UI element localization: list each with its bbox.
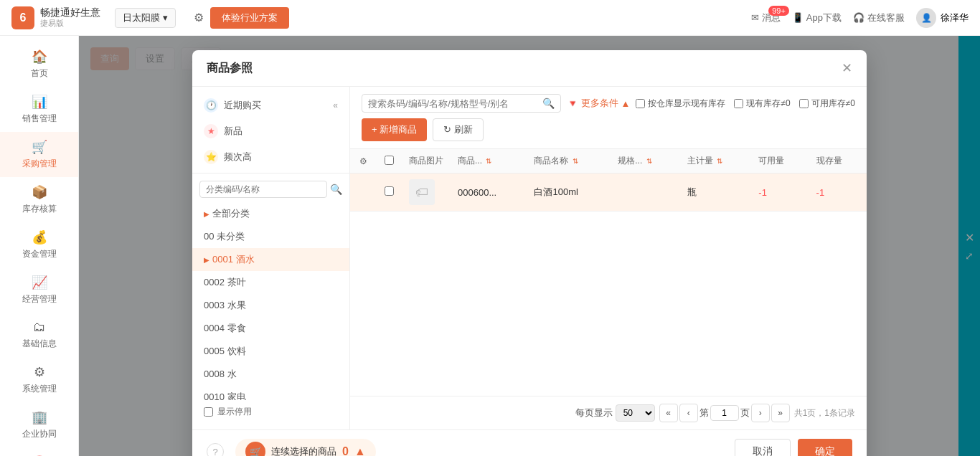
collapse-left-icon[interactable]: «: [333, 100, 338, 110]
modal-body: 🕐 近期购买 « ★ 新品 ⭐ 频次高: [192, 87, 867, 429]
message-button[interactable]: ✉ 消息 99+: [751, 11, 781, 24]
nav-high-frequency[interactable]: ⭐ 频次高: [192, 144, 349, 170]
pagination: 每页显示 50 20 100 200 « ‹: [350, 396, 867, 429]
warehouse-stock-checkbox[interactable]: [636, 99, 645, 108]
refresh-button[interactable]: ↻ 刷新: [433, 118, 484, 141]
sidebar-item-purchase[interactable]: 🛒 采购管理: [0, 132, 78, 177]
next-page-btn[interactable]: ›: [751, 404, 770, 422]
sidebar-item-finance[interactable]: 💰 资金管理: [0, 222, 78, 267]
warehouse-stock-label: 按仓库显示现有库存: [648, 98, 725, 110]
sidebar-item-inventory[interactable]: 📦 库存核算: [0, 177, 78, 222]
table-header-row: ⚙ 商品图片 商品... ⇅: [350, 149, 867, 174]
modal-dialog: 商品参照 ✕ 🕐 近期购买 « ★: [192, 50, 867, 456]
product-search-input[interactable]: [368, 98, 540, 109]
sidebar-label-management: 经营管理: [22, 293, 57, 305]
per-page-selector: 每页显示 50 20 100 200: [575, 404, 655, 422]
cat-item-tea[interactable]: 0002 茶叶: [192, 271, 349, 294]
cat-label-appliance: 0010 家电: [204, 391, 246, 400]
th-code[interactable]: 商品... ⇅: [451, 149, 527, 174]
cat-label-water: 0008 水: [204, 368, 237, 381]
gear-button[interactable]: ⚙: [187, 6, 210, 29]
modal-close-button[interactable]: ✕: [842, 60, 852, 76]
store-select[interactable]: 日太阳膜 ▾: [115, 8, 176, 28]
modal-overlay: 商品参照 ✕ 🕐 近期购买 « ★: [79, 36, 980, 456]
th-available-label: 可用量: [758, 156, 784, 166]
filter-check-warehouse[interactable]: 按仓库显示现有库存: [636, 98, 725, 110]
content-area: 查询 设置 刷新 ✕ ⤢ 商品参照 ✕: [79, 36, 980, 456]
current-stock-checkbox[interactable]: [734, 99, 743, 108]
available-stock-checkbox[interactable]: [799, 99, 809, 108]
cat-item-appliance[interactable]: 0010 家电: [192, 386, 349, 400]
cart-collapse-icon[interactable]: ▲: [354, 445, 366, 456]
cat-item-drink[interactable]: 0005 饮料: [192, 340, 349, 363]
cat-item-uncategorized[interactable]: 00 未分类: [192, 225, 349, 248]
cat-item-all[interactable]: ▶ 全部分类: [192, 202, 349, 225]
product-search-icon[interactable]: 🔍: [542, 98, 555, 109]
main-layout: 🏠 首页 📊 销售管理 🛒 采购管理 📦 库存核算 💰 资金管理 📈 经营管理 …: [0, 36, 980, 456]
filter-more-label: 更多条件: [581, 97, 618, 110]
page-number-input[interactable]: [710, 405, 739, 421]
cat-item-fruit[interactable]: 0003 水果: [192, 294, 349, 317]
th-gear: ⚙: [350, 149, 376, 174]
avatar: 👤: [916, 8, 936, 28]
question-icon: ?: [212, 447, 217, 457]
select-all-checkbox[interactable]: [385, 156, 394, 165]
continuous-label: 连续选择的商品: [271, 445, 336, 456]
logo-text: 畅捷通好生意: [40, 6, 100, 19]
last-page-btn[interactable]: »: [771, 404, 790, 422]
sidebar-item-basic[interactable]: 🗂 基础信息: [0, 313, 78, 357]
app-download-button[interactable]: 📱 App下载: [792, 11, 842, 24]
logo-sub: 捷易版: [40, 18, 100, 29]
nav-new-label: 新品: [224, 125, 242, 138]
nav-new-product[interactable]: ★ 新品: [192, 118, 349, 144]
row-img-cell: 🏷: [402, 174, 451, 212]
help-button[interactable]: ?: [207, 443, 224, 456]
th-unit[interactable]: 主计量 ⇅: [680, 149, 751, 174]
th-spec-label: 规格...: [618, 156, 642, 166]
new-product-icon: ★: [204, 124, 218, 138]
row-checkbox[interactable]: [385, 186, 394, 196]
cat-label-all: 全部分类: [212, 207, 250, 220]
user-avatar-area[interactable]: 👤 徐泽华: [916, 8, 969, 28]
nav-recent-purchase[interactable]: 🕐 近期购买 «: [192, 92, 349, 118]
sidebar-item-collab[interactable]: 🏢 企业协同: [0, 402, 78, 447]
online-service-button[interactable]: 🎧 在线客服: [853, 11, 905, 24]
prev-page-btn[interactable]: ‹: [679, 404, 698, 422]
filter-check-available-stock[interactable]: 可用库存≠0: [799, 98, 855, 110]
sidebar-item-sales[interactable]: 📊 销售管理: [0, 87, 78, 132]
confirm-button[interactable]: 确定: [798, 439, 852, 456]
cat-item-snack[interactable]: 0004 零食: [192, 317, 349, 340]
page-size-select[interactable]: 50 20 100 200: [616, 404, 655, 422]
sidebar-item-guide[interactable]: 🎯 新手引导: [0, 447, 78, 456]
sidebar-item-management[interactable]: 📈 经营管理: [0, 267, 78, 313]
cat-search-input[interactable]: [199, 181, 327, 198]
cat-item-liquor[interactable]: ▶ 0001 酒水: [192, 248, 349, 271]
sidebar-item-system[interactable]: ⚙ 系统管理: [0, 357, 78, 402]
th-name[interactable]: 商品名称 ⇅: [527, 149, 611, 174]
show-disabled-checkbox[interactable]: [204, 407, 213, 417]
add-product-button[interactable]: + 新增商品: [362, 118, 427, 141]
product-table: ⚙ 商品图片 商品... ⇅: [350, 149, 867, 212]
first-page-btn[interactable]: «: [659, 404, 678, 422]
service-label: 在线客服: [867, 11, 905, 24]
table-row[interactable]: 🏷 000600... 白酒100ml 瓶 -1 -1: [350, 174, 867, 212]
page-nav: « ‹ 第 页 › »: [659, 404, 790, 422]
logo-area: 6 畅捷通好生意 捷易版: [11, 6, 100, 29]
filter-check-current-stock[interactable]: 现有库存≠0: [734, 98, 790, 110]
row-stock: -1: [809, 174, 867, 212]
management-icon: 📈: [32, 275, 47, 290]
th-spec[interactable]: 规格... ⇅: [611, 149, 680, 174]
page-unit: 页: [740, 407, 750, 419]
trial-button[interactable]: 体验行业方案: [210, 7, 289, 29]
left-divider: [192, 173, 349, 174]
cancel-button[interactable]: 取消: [735, 439, 791, 456]
sidebar-label-purchase: 采购管理: [22, 158, 57, 170]
filter-more-btn[interactable]: 🔻 更多条件 ▲: [567, 97, 631, 110]
app-label: App下载: [806, 11, 842, 24]
page-info: 共1页，1条记录: [794, 407, 855, 419]
inventory-icon: 📦: [32, 184, 47, 200]
cat-search-icon[interactable]: 🔍: [330, 184, 342, 195]
message-badge: 99+: [768, 6, 789, 16]
cat-item-water[interactable]: 0008 水: [192, 363, 349, 386]
sidebar-item-home[interactable]: 🏠 首页: [0, 42, 78, 87]
